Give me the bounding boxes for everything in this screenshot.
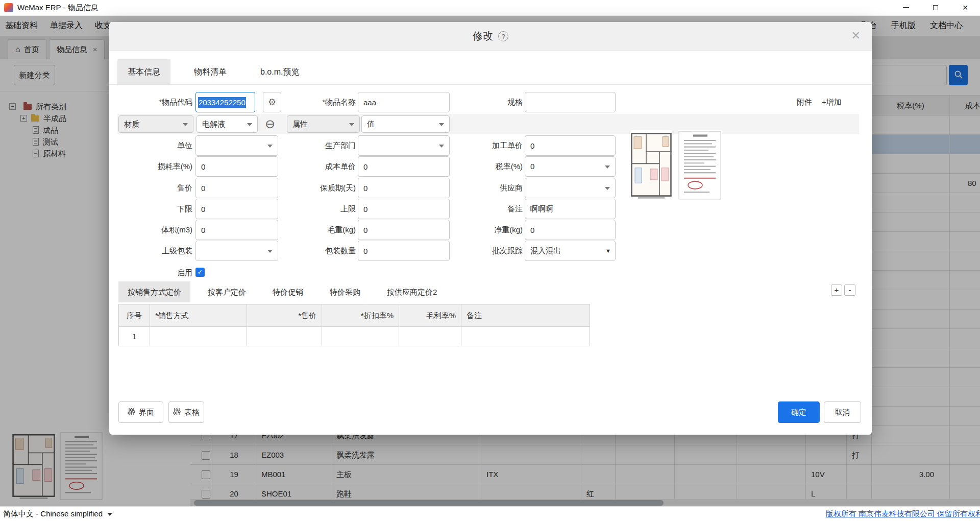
close-button[interactable]: ✕ — [950, 0, 980, 15]
add-row-button[interactable]: + — [831, 285, 842, 296]
pricing-cell-method[interactable] — [150, 327, 247, 346]
pricing-tab-by-customer[interactable]: 按客户定价 — [199, 281, 255, 302]
app-icon — [4, 3, 13, 12]
lower-limit-label: 下限 — [109, 199, 192, 219]
attachment-link[interactable]: 附件 — [797, 92, 812, 112]
parent-pack-select[interactable] — [195, 241, 278, 261]
loss-rate-input[interactable] — [195, 156, 278, 177]
pricing-tab-by-supplier[interactable]: 按供应商定价2 — [378, 281, 446, 302]
attribute-value-dropdown[interactable]: 值 — [361, 115, 450, 133]
cancel-button[interactable]: 取消 — [824, 401, 861, 423]
sale-price-input[interactable] — [195, 178, 278, 198]
attachment-add-link[interactable]: +增加 — [822, 92, 842, 112]
material-strip: 材质 电解液 ⊖ 属性 值 — [117, 114, 859, 134]
pricing-tab-special-purchase[interactable]: 特价采购 — [321, 281, 370, 302]
item-code-label: *物品代码 — [109, 92, 192, 112]
window-controls: ✕ — [891, 0, 980, 15]
attribute-value-label: 值 — [367, 120, 375, 128]
pack-qty-input[interactable] — [358, 241, 450, 261]
prod-dept-select[interactable] — [358, 135, 450, 156]
batch-tracking-select[interactable]: 混入混出▼ — [525, 241, 616, 261]
chevron-down-icon — [605, 165, 610, 171]
dialog-close-icon[interactable]: ✕ — [851, 29, 861, 42]
tax-rate-select[interactable]: 0 — [525, 156, 616, 177]
shelf-life-label: 保质期(天) — [283, 178, 356, 198]
chevron-down-icon — [439, 123, 444, 129]
lower-limit-input[interactable] — [195, 199, 278, 219]
pricing-cell-discount[interactable] — [322, 327, 399, 346]
net-weight-input[interactable] — [525, 220, 616, 240]
gross-weight-input[interactable] — [358, 220, 450, 240]
sale-price-label: 售价 — [109, 178, 192, 198]
batch-tracking-label: 批次跟踪 — [446, 241, 523, 261]
minimize-button[interactable] — [891, 0, 921, 15]
pricing-cell-margin[interactable] — [399, 327, 461, 346]
tab-bom-preview[interactable]: b.o.m.预览 — [250, 59, 309, 84]
item-document-image[interactable] — [678, 130, 722, 200]
copyright-link[interactable]: 版权所有 南京伟麦科技有限公司 保留所有权利 — [826, 509, 980, 519]
sliders-icon — [128, 408, 135, 417]
material-type-dropdown[interactable]: 材质 — [118, 115, 193, 133]
cost-price-input[interactable] — [358, 156, 450, 177]
enabled-checkbox[interactable]: ✓ — [195, 268, 205, 277]
upper-limit-label: 上限 — [283, 199, 356, 219]
remove-material-icon[interactable]: ⊖ — [265, 117, 275, 131]
pricing-table: 序号 *销售方式 *售价 *折扣率% 毛利率% 备注 1 — [118, 304, 590, 346]
chevron-down-icon — [349, 123, 354, 129]
code-settings-button[interactable]: ⚙ — [263, 92, 281, 112]
pricing-cell-price[interactable] — [247, 327, 322, 346]
enabled-label: 启用 — [109, 263, 192, 283]
grid-config-label: 表格 — [184, 408, 200, 417]
remark-label: 备注 — [446, 199, 523, 219]
upper-limit-input[interactable] — [358, 199, 450, 219]
maximize-button[interactable] — [921, 0, 950, 15]
window-titlebar: WeMax ERP - 物品信息 ✕ — [0, 0, 980, 16]
dialog-tabs: 基本信息 物料清单 b.o.m.预览 — [117, 59, 323, 84]
item-code-input[interactable]: 20334252250 — [195, 92, 255, 112]
tab-material-list[interactable]: 物料清单 — [184, 59, 237, 84]
language-selector[interactable]: 简体中文 - Chinese simplified — [3, 509, 112, 519]
sliders-icon — [173, 408, 181, 417]
attribute-dropdown[interactable]: 属性 — [287, 115, 360, 133]
supplier-label: 供应商 — [446, 178, 523, 198]
parent-pack-label: 上级包装 — [109, 241, 192, 261]
item-name-input[interactable] — [358, 92, 450, 112]
pack-qty-label: 包装数量 — [283, 241, 356, 261]
dialog-title: 修改 — [473, 29, 493, 43]
loss-rate-label: 损耗率(%) — [109, 156, 192, 177]
spec-input[interactable] — [525, 92, 616, 112]
maximize-icon — [933, 5, 938, 10]
supplier-select[interactable] — [525, 178, 616, 198]
ok-button[interactable]: 确定 — [778, 401, 820, 423]
volume-input[interactable] — [195, 220, 278, 240]
tab-basic-info[interactable]: 基本信息 — [117, 59, 170, 84]
pricing-header-margin: 毛利率% — [399, 304, 461, 327]
pricing-cell-remark[interactable] — [461, 327, 590, 346]
unit-select[interactable] — [195, 135, 278, 156]
ui-config-button[interactable]: 界面 — [118, 401, 163, 423]
batch-tracking-value: 混入混出 — [530, 241, 561, 260]
volume-label: 体积(m3) — [109, 220, 192, 240]
remark-input[interactable] — [525, 199, 616, 219]
grid-config-button[interactable]: 表格 — [168, 401, 204, 423]
attribute-label: 属性 — [292, 120, 308, 128]
chevron-down-icon — [267, 145, 273, 150]
tax-rate-label: 税率(%) — [446, 156, 523, 177]
item-floorplan-image[interactable] — [631, 130, 672, 200]
pricing-header-remark: 备注 — [461, 304, 590, 327]
minimize-icon — [903, 7, 909, 8]
shelf-life-input[interactable] — [358, 178, 450, 198]
help-icon[interactable]: ? — [498, 31, 508, 41]
cost-price-label: 成本单价 — [283, 156, 356, 177]
pricing-tab-special-promo[interactable]: 特价促销 — [263, 281, 312, 302]
material-value-dropdown[interactable]: 电解液 — [197, 115, 258, 133]
material-type-label: 材质 — [124, 120, 139, 128]
material-value-label: 电解液 — [202, 120, 225, 128]
remove-row-button[interactable]: - — [844, 285, 855, 296]
pricing-tab-by-sales-method[interactable]: 按销售方式定价 — [118, 281, 190, 302]
unit-label: 单位 — [109, 135, 192, 156]
process-price-label: 加工单价 — [446, 135, 523, 156]
chevron-down-icon — [107, 513, 112, 518]
process-price-input[interactable] — [525, 135, 616, 156]
ui-config-label: 界面 — [139, 408, 154, 417]
